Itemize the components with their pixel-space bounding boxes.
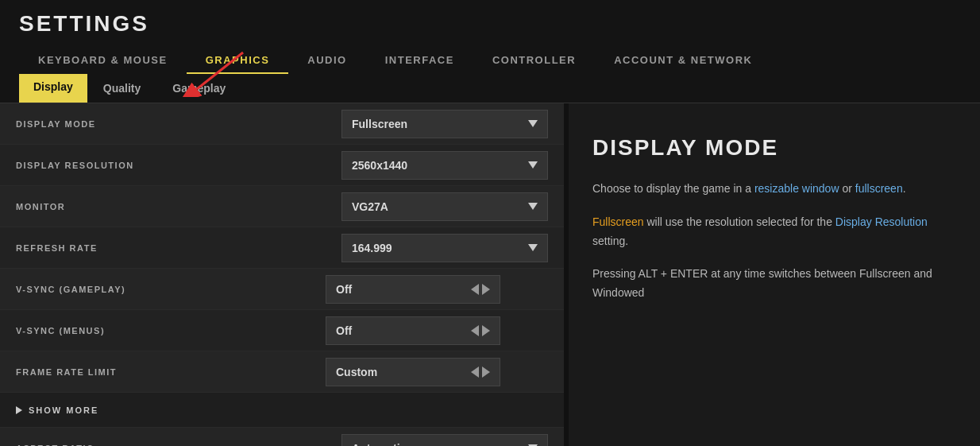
- top-nav: KEYBOARD & MOUSE GRAPHICS AUDIO INTERFAC…: [19, 46, 961, 74]
- setting-row-refresh-rate[interactable]: REFRESH RATE 164.999: [0, 227, 564, 269]
- highlight-display-resolution: Display Resolution: [835, 215, 928, 228]
- highlight-fullscreen-2: Fullscreen: [592, 215, 644, 228]
- setting-label-display-mode: DISPLAY MODE: [16, 119, 96, 129]
- display-mode-dropdown[interactable]: Fullscreen: [341, 110, 548, 138]
- nav-interface[interactable]: INTERFACE: [366, 46, 473, 74]
- setting-row-monitor[interactable]: MONITOR VG27A: [0, 186, 564, 227]
- setting-label-vsync-menus: V-SYNC (MENUS): [16, 326, 105, 335]
- vsync-gameplay-control: Off: [326, 275, 548, 304]
- subnav-gameplay[interactable]: Gameplay: [156, 74, 241, 103]
- aspect-ratio-value: Automatic: [352, 442, 528, 447]
- settings-container: SETTINGS KEYBOARD & MOUSE GRAPHICS AUDIO…: [0, 0, 980, 446]
- info-title: DISPLAY MODE: [592, 135, 956, 161]
- aspect-ratio-dropdown[interactable]: Automatic: [341, 434, 548, 447]
- show-more-label: SHOW MORE: [29, 405, 98, 415]
- nav-audio[interactable]: AUDIO: [288, 46, 365, 74]
- setting-row-display-resolution[interactable]: DISPLAY RESOLUTION 2560x1440: [0, 145, 564, 186]
- settings-panel: DISPLAY MODE Fullscreen DISPLAY RESOLUTI…: [0, 103, 564, 446]
- refresh-rate-value: 164.999: [352, 242, 528, 254]
- vsync-gameplay-dropdown[interactable]: Off: [326, 275, 500, 304]
- dropdown-arrow-monitor: [528, 203, 538, 210]
- nav-keyboard-mouse[interactable]: KEYBOARD & MOUSE: [19, 46, 187, 74]
- sub-nav: Display Quality Gameplay: [0, 74, 980, 103]
- setting-row-vsync-menus[interactable]: V-SYNC (MENUS) Off: [0, 310, 564, 351]
- nav-controller[interactable]: CONTROLLER: [473, 46, 595, 74]
- subnav-quality[interactable]: Quality: [87, 74, 156, 103]
- frame-rate-limit-prev[interactable]: [471, 366, 479, 378]
- vsync-menus-lr: [471, 325, 490, 336]
- vsync-gameplay-next[interactable]: [482, 284, 490, 295]
- vsync-menus-prev[interactable]: [471, 325, 479, 336]
- frame-rate-limit-lr: [471, 366, 490, 378]
- display-resolution-value: 2560x1440: [352, 159, 528, 172]
- info-paragraph-2: Fullscreen will use the resolution selec…: [592, 213, 956, 251]
- frame-rate-limit-value: Custom: [336, 366, 471, 378]
- setting-label-refresh-rate: REFRESH RATE: [16, 243, 98, 253]
- vsync-menus-value: Off: [336, 324, 471, 337]
- setting-label-vsync-gameplay: V-SYNC (GAMEPLAY): [16, 285, 125, 294]
- header: SETTINGS KEYBOARD & MOUSE GRAPHICS AUDIO…: [0, 0, 980, 74]
- vsync-menus-next[interactable]: [482, 325, 490, 336]
- display-mode-value: Fullscreen: [352, 118, 528, 130]
- vsync-gameplay-prev[interactable]: [471, 284, 479, 295]
- subnav-display[interactable]: Display: [19, 74, 87, 103]
- dropdown-arrow-refresh-rate: [528, 244, 538, 251]
- setting-label-aspect-ratio: ASPECT RATIO: [16, 444, 95, 447]
- show-more-icon: [16, 406, 22, 414]
- setting-label-monitor: MONITOR: [16, 202, 65, 211]
- frame-rate-limit-control: Custom: [326, 358, 548, 386]
- highlight-fullscreen-1: fullscreen: [855, 182, 903, 195]
- setting-row-frame-rate-limit[interactable]: FRAME RATE LIMIT Custom: [0, 351, 564, 393]
- refresh-rate-dropdown[interactable]: 164.999: [341, 234, 548, 262]
- page-title: SETTINGS: [19, 11, 961, 37]
- vsync-gameplay-lr: [471, 284, 490, 295]
- setting-row-vsync-gameplay[interactable]: V-SYNC (GAMEPLAY) Off: [0, 269, 564, 310]
- setting-row-aspect-ratio[interactable]: ASPECT RATIO Automatic: [0, 428, 564, 446]
- info-panel: DISPLAY MODE Choose to display the game …: [569, 103, 980, 446]
- display-resolution-dropdown[interactable]: 2560x1440: [341, 151, 548, 180]
- main-content: DISPLAY MODE Fullscreen DISPLAY RESOLUTI…: [0, 103, 980, 446]
- frame-rate-limit-dropdown[interactable]: Custom: [326, 358, 500, 386]
- nav-graphics[interactable]: GRAPHICS: [187, 46, 289, 74]
- setting-label-frame-rate-limit: FRAME RATE LIMIT: [16, 367, 117, 377]
- info-paragraph-3: Pressing ALT + ENTER at any time switche…: [592, 265, 956, 303]
- dropdown-arrow-display-mode: [528, 120, 538, 127]
- info-paragraph-1: Choose to display the game in a resizabl…: [592, 180, 956, 199]
- highlight-resizable: resizable window: [754, 182, 839, 195]
- vsync-menus-control: Off: [326, 316, 548, 345]
- show-more-row[interactable]: SHOW MORE: [0, 393, 564, 428]
- setting-row-display-mode[interactable]: DISPLAY MODE Fullscreen: [0, 103, 564, 145]
- dropdown-arrow-display-resolution: [528, 161, 538, 169]
- monitor-value: VG27A: [352, 200, 528, 213]
- vsync-menus-dropdown[interactable]: Off: [326, 316, 500, 345]
- setting-label-display-resolution: DISPLAY RESOLUTION: [16, 161, 134, 170]
- nav-account-network[interactable]: ACCOUNT & NETWORK: [595, 46, 771, 74]
- frame-rate-limit-next[interactable]: [482, 366, 490, 378]
- vsync-gameplay-value: Off: [336, 283, 471, 296]
- monitor-dropdown[interactable]: VG27A: [341, 192, 548, 221]
